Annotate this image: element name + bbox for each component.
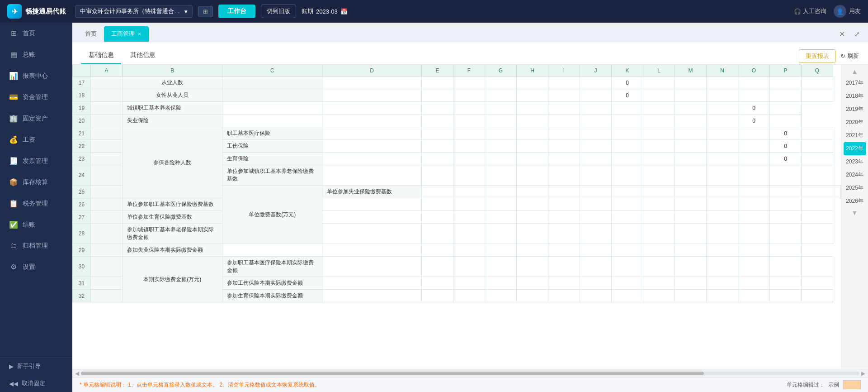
data-cell[interactable] — [580, 244, 611, 257]
data-cell[interactable] — [516, 186, 548, 198]
year-2017[interactable]: 2017年 — [844, 76, 866, 90]
data-cell[interactable] — [516, 165, 548, 186]
data-cell[interactable] — [580, 211, 611, 224]
data-cell[interactable] — [516, 244, 548, 257]
data-cell[interactable] — [769, 165, 801, 186]
year-2024[interactable]: 2024年 — [844, 168, 866, 182]
year-2022[interactable]: 2022年 — [844, 142, 866, 155]
data-cell[interactable] — [548, 140, 580, 153]
sidebar-item-assets[interactable]: 🏢 固定资产 — [0, 108, 72, 129]
year-2025[interactable]: 2025年 — [844, 182, 866, 195]
data-cell[interactable] — [580, 257, 611, 277]
data-cell[interactable] — [548, 127, 580, 140]
data-cell[interactable] — [643, 186, 675, 198]
data-cell[interactable] — [643, 257, 675, 277]
data-cell[interactable]: 0 — [611, 76, 643, 89]
year-2019[interactable]: 2019年 — [844, 103, 866, 116]
data-cell[interactable] — [801, 127, 833, 140]
data-cell[interactable] — [611, 127, 643, 140]
data-cell[interactable] — [643, 198, 675, 211]
data-cell[interactable] — [516, 76, 548, 89]
sidebar-item-archive[interactable]: 🗂 归档管理 — [0, 235, 72, 256]
data-cell[interactable] — [611, 186, 643, 198]
year-2026[interactable]: 2026年 — [844, 195, 866, 208]
data-cell[interactable] — [611, 257, 643, 277]
year-2021[interactable]: 2021年 — [844, 129, 866, 142]
data-cell[interactable] — [738, 257, 769, 277]
sidebar-item-funds[interactable]: 💳 资金管理 — [0, 86, 72, 108]
data-cell[interactable] — [516, 198, 548, 211]
data-cell[interactable] — [611, 140, 643, 153]
data-cell[interactable] — [222, 102, 322, 115]
data-cell[interactable] — [322, 244, 421, 257]
data-cell[interactable] — [675, 140, 706, 153]
data-cell[interactable] — [801, 165, 833, 186]
data-cell[interactable] — [453, 153, 485, 165]
data-cell[interactable] — [516, 257, 548, 277]
data-cell[interactable] — [485, 127, 516, 140]
data-cell[interactable] — [453, 165, 485, 186]
data-cell[interactable] — [738, 165, 769, 186]
data-cell[interactable] — [421, 102, 453, 115]
data-cell[interactable] — [738, 89, 769, 102]
data-cell[interactable] — [421, 257, 453, 277]
data-cell[interactable] — [675, 76, 706, 89]
data-cell[interactable] — [516, 89, 548, 102]
data-cell[interactable] — [322, 257, 421, 277]
scroll-left-arrow[interactable]: ◀ — [73, 370, 81, 377]
data-cell[interactable] — [706, 89, 738, 102]
maximize-window-button[interactable]: ⤢ — [851, 29, 863, 39]
data-cell[interactable] — [485, 290, 516, 302]
data-cell[interactable] — [421, 186, 453, 198]
data-cell[interactable] — [706, 76, 738, 89]
data-cell[interactable] — [421, 140, 453, 153]
data-cell[interactable] — [801, 211, 833, 224]
data-cell[interactable] — [485, 224, 516, 244]
data-cell[interactable]: 0 — [738, 115, 769, 127]
data-cell[interactable] — [706, 140, 738, 153]
year-scroll-down[interactable]: ▼ — [847, 208, 863, 218]
data-cell[interactable] — [322, 290, 421, 302]
data-cell[interactable] — [485, 277, 516, 290]
data-cell[interactable] — [801, 198, 833, 211]
data-cell[interactable] — [611, 224, 643, 244]
year-scroll-up[interactable]: ▲ — [847, 67, 863, 76]
data-cell[interactable] — [580, 198, 611, 211]
data-cell[interactable] — [322, 198, 421, 211]
table-wrapper[interactable]: A B C D E F G H I J K L — [72, 65, 841, 369]
data-cell[interactable] — [222, 244, 322, 257]
data-cell[interactable] — [421, 115, 453, 127]
data-cell[interactable] — [485, 89, 516, 102]
tab-industry[interactable]: 工商管理 ✕ — [104, 26, 149, 42]
data-cell[interactable] — [643, 76, 675, 89]
company-selector[interactable]: 中审众环会计师事务所（特殊普通合伙... ▾ — [75, 5, 193, 18]
data-cell[interactable] — [322, 102, 421, 115]
data-cell[interactable] — [322, 211, 421, 224]
data-cell[interactable] — [643, 244, 675, 257]
data-cell[interactable] — [322, 153, 421, 165]
data-cell[interactable] — [675, 186, 706, 198]
sidebar-item-inventory[interactable]: 📦 库存核算 — [0, 172, 72, 193]
data-cell[interactable] — [675, 244, 706, 257]
year-2023[interactable]: 2023年 — [844, 155, 866, 168]
year-2018[interactable]: 2018年 — [844, 90, 866, 103]
data-cell[interactable] — [516, 224, 548, 244]
data-cell[interactable] — [801, 290, 833, 302]
data-cell[interactable] — [485, 211, 516, 224]
data-cell[interactable] — [516, 211, 548, 224]
data-cell[interactable] — [516, 153, 548, 165]
data-cell[interactable] — [548, 224, 580, 244]
data-cell[interactable] — [516, 102, 548, 115]
calendar-icon[interactable]: 📅 — [340, 8, 348, 15]
data-cell[interactable] — [322, 115, 421, 127]
data-cell[interactable] — [548, 211, 580, 224]
data-cell[interactable] — [769, 115, 801, 127]
data-cell[interactable] — [675, 290, 706, 302]
data-cell[interactable] — [421, 211, 453, 224]
sidebar-item-guide[interactable]: ▶ 新手引导 — [0, 358, 72, 375]
reset-button[interactable]: 重置报表 — [799, 49, 836, 63]
data-cell[interactable] — [643, 140, 675, 153]
data-cell[interactable] — [516, 290, 548, 302]
data-cell[interactable] — [453, 211, 485, 224]
data-cell[interactable] — [675, 153, 706, 165]
